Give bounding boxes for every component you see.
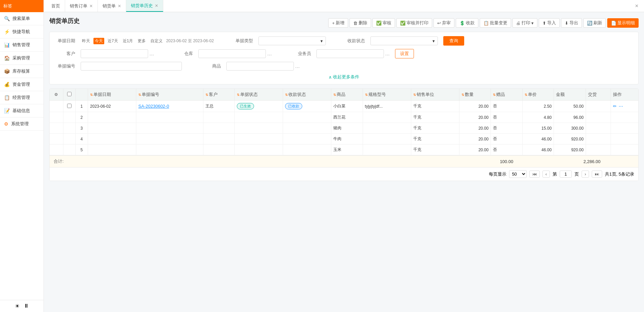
tab-sales-goods[interactable]: 销货单 ✕ (98, 0, 126, 12)
sidebar-item-basic[interactable]: 📝 基础信息 (0, 104, 44, 118)
sidebar-logo[interactable]: 标签 (0, 0, 44, 12)
cell-goods: 小白菜 (331, 101, 363, 112)
close-all-icon[interactable]: ✕ (635, 3, 639, 8)
cell-payment-status (283, 123, 331, 134)
warehouse-lookup-icon[interactable]: ... (267, 51, 272, 57)
doc-type-select[interactable]: ▾ (258, 36, 326, 45)
refresh-button[interactable]: 🔄 刷新 (583, 18, 606, 28)
sidebar-item-sales[interactable]: 📊 销售管理 (0, 38, 44, 52)
col-number[interactable]: ⇅单据编号 (136, 89, 203, 101)
export-button[interactable]: ⬇ 导出 (561, 18, 582, 28)
query-button[interactable]: 查询 (443, 36, 464, 46)
cell-amount: 50.00 (554, 101, 586, 112)
sidebar-item-operation[interactable]: 📋 经营管理 (0, 91, 44, 104)
customer-lookup-icon[interactable]: ... (149, 51, 154, 57)
cell-transaction (586, 145, 611, 155)
prev-page-button[interactable]: ‹ (542, 171, 550, 178)
more-shortcut[interactable]: 更多 (136, 38, 147, 44)
cell-transaction (586, 112, 611, 123)
tab-home[interactable]: 首页 (47, 0, 65, 12)
goods-lookup-icon[interactable]: ... (295, 63, 300, 69)
week-shortcut[interactable]: 近7天 (106, 38, 119, 44)
collapse-button[interactable]: ∧ 收起更多条件 (329, 74, 359, 80)
col-quantity[interactable]: ⇅数量 (459, 89, 491, 101)
delete-icon: 🗑 (353, 21, 358, 26)
col-goods[interactable]: ⇅商品 (331, 89, 363, 101)
sidebar-item-stock[interactable]: 📦 库存核算 (0, 65, 44, 78)
batch-icon: 📋 (483, 21, 489, 26)
next-page-button[interactable]: › (582, 171, 589, 178)
footer-total-quantity: 100.00 (500, 159, 513, 164)
audit-button[interactable]: ✅ 审核 (372, 18, 395, 28)
sun-icon[interactable]: ☀ (15, 303, 20, 309)
cell-amount: 300.00 (554, 123, 586, 134)
col-unit-price[interactable]: ⇅单价 (522, 89, 554, 101)
tab-sales-order[interactable]: 销售订单 ✕ (65, 0, 98, 12)
col-gift[interactable]: ⇅赠品 (491, 89, 522, 101)
cell-number[interactable] (136, 145, 203, 155)
salesperson-lookup-icon[interactable]: ... (385, 51, 390, 57)
pagination: 每页显示 50 100 200 ⏮ ‹ 第 页 › ⏭ 共1页, 5条记录 (50, 167, 638, 181)
sidebar-item-finance[interactable]: 💰 资金管理 (0, 78, 44, 91)
cell-check[interactable] (63, 145, 75, 155)
tab-sales-order-close[interactable]: ✕ (89, 4, 93, 8)
batch-change-button[interactable]: 📋 批量变更 (480, 18, 511, 28)
tab-sales-goods-close[interactable]: ✕ (118, 4, 121, 8)
goods-input[interactable] (226, 62, 294, 71)
select-all-checkbox[interactable] (67, 92, 72, 96)
cell-number[interactable] (136, 112, 203, 123)
page-number-input[interactable] (560, 171, 572, 178)
cell-check[interactable] (63, 112, 75, 123)
print-button[interactable]: 🖨 打印 ▾ (512, 18, 537, 28)
tab-sales-history[interactable]: 销货单历史 ✕ (126, 0, 163, 12)
delete-button[interactable]: 🗑 删除 (349, 18, 371, 28)
sidebar-item-search[interactable]: 🔍 搜索菜单 (0, 12, 44, 25)
col-doc-status[interactable]: ⇅单据状态 (235, 89, 283, 101)
first-page-button[interactable]: ⏮ (529, 171, 540, 178)
more-action[interactable]: ⋯ (619, 104, 623, 109)
cell-check[interactable] (63, 134, 75, 145)
cell-number[interactable] (136, 134, 203, 145)
edit-action[interactable]: ✏ (613, 104, 617, 109)
cell-number[interactable]: SA-20230602-0 (136, 101, 203, 112)
col-date[interactable]: ⇅单据日期 (88, 89, 136, 101)
customer-input[interactable] (81, 49, 148, 58)
pause-icon[interactable]: ⏸ (24, 303, 29, 309)
filter-row-1: 单据日期 昨天 今天 近7天 近1月 更多 自定义 2023-06-02 至 2… (55, 36, 633, 46)
cell-number[interactable] (136, 123, 203, 134)
doc-number-input[interactable] (81, 62, 182, 71)
sidebar-item-shortcut[interactable]: ⚡ 快捷导航 (0, 25, 44, 38)
tab-sales-history-close[interactable]: ✕ (155, 3, 158, 8)
col-settings[interactable]: ⚙ (50, 89, 63, 101)
doc-number-link[interactable]: SA-20230602-0 (138, 104, 169, 109)
col-spec[interactable]: ⇅规格型号 (363, 89, 411, 101)
warehouse-input[interactable] (198, 49, 266, 58)
cell-sales-unit: 千克 (411, 112, 459, 123)
cell-check[interactable] (63, 123, 75, 134)
cell-check[interactable] (63, 101, 75, 112)
audit-print-button[interactable]: ✅ 审核并打印 (396, 18, 432, 28)
collect-button[interactable]: 💲 收款 (456, 18, 478, 28)
col-payment-status[interactable]: ⇅收款状态 (283, 89, 331, 101)
sidebar-item-purchase[interactable]: 🏠 采购管理 (0, 52, 44, 65)
col-customer[interactable]: ⇅客户 (203, 89, 234, 101)
col-check[interactable] (63, 89, 75, 101)
display-button[interactable]: 📄 显示明细 (607, 18, 639, 28)
payment-status-select[interactable]: ▾ (370, 36, 438, 45)
import-button[interactable]: ⬆ 导入 (539, 18, 560, 28)
abandon-button[interactable]: ↩ 弃审 (433, 18, 454, 28)
month-shortcut[interactable]: 近1月 (121, 38, 135, 44)
per-page-select[interactable]: 50 100 200 (509, 170, 527, 178)
yesterday-shortcut[interactable]: 昨天 (81, 38, 91, 44)
cell-unit-price: 2.50 (522, 101, 554, 112)
custom-shortcut[interactable]: 自定义 (149, 38, 164, 44)
sidebar-item-system[interactable]: ⚙ 系统管理 (0, 118, 44, 131)
salesperson-input[interactable] (316, 49, 384, 58)
cell-spec (363, 134, 411, 145)
today-shortcut[interactable]: 今天 (93, 38, 104, 44)
new-button[interactable]: + 新增 (328, 18, 348, 28)
setting-button[interactable]: 设置 (395, 49, 414, 58)
last-page-button[interactable]: ⏭ (592, 171, 602, 178)
row-checkbox[interactable] (67, 104, 72, 108)
col-sales-unit[interactable]: ⇅销售单位 (411, 89, 459, 101)
